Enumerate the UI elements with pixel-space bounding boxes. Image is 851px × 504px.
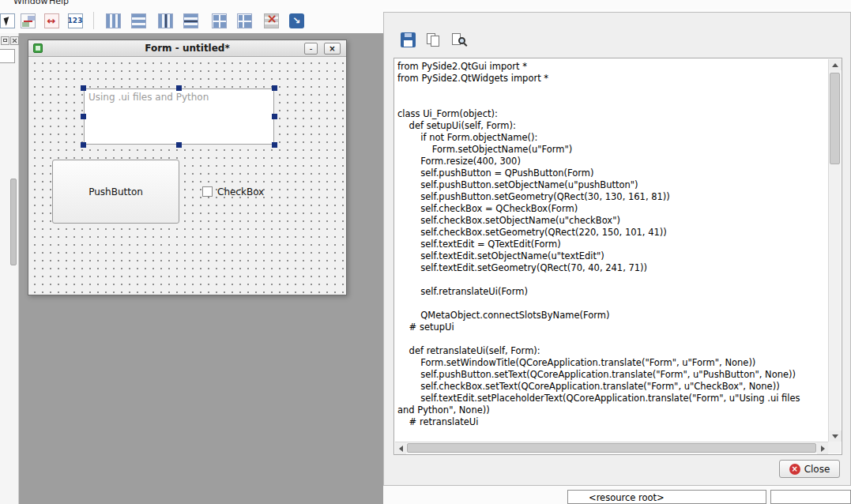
- resource-browser-panel: <resource root>: [383, 486, 851, 504]
- edit-signals-slots-icon: [21, 13, 36, 28]
- scrollbar-corner: [828, 442, 841, 453]
- form-designer-window: Form - untitled* - × Using .ui files and…: [28, 39, 347, 295]
- code-view: from PySide2.QtGui import * from PySide2…: [393, 58, 842, 455]
- generated-code-text[interactable]: from PySide2.QtGui import * from PySide2…: [397, 61, 826, 440]
- adjust-size-icon: ↘: [289, 13, 304, 28]
- selection-handle-sw[interactable]: [81, 142, 86, 148]
- selection-handle-n[interactable]: [176, 85, 182, 91]
- resource-root-item[interactable]: <resource root>: [567, 490, 766, 504]
- layout-form-button[interactable]: [234, 10, 254, 31]
- edit-signals-slots-button[interactable]: [17, 10, 38, 31]
- toolbar-separator: [93, 12, 94, 29]
- checkbox-label: CheckBox: [217, 186, 264, 197]
- vertical-scrollbar-thumb[interactable]: [830, 73, 840, 164]
- checkbox-widget[interactable]: CheckBox: [202, 175, 282, 208]
- layout-horizontal-button[interactable]: [103, 10, 123, 31]
- find-in-code-button[interactable]: [448, 29, 469, 50]
- menu-help[interactable]: Help: [49, 0, 69, 6]
- layout-horizontal-splitter-button[interactable]: [155, 10, 175, 31]
- break-layout-button[interactable]: ×: [261, 10, 281, 31]
- close-button-label: Close: [804, 464, 830, 475]
- selection-handle-nw[interactable]: [81, 85, 86, 91]
- edit-buddies-button[interactable]: ↔: [41, 10, 62, 31]
- widget-filter-input[interactable]: [0, 49, 15, 63]
- scroll-up-arrow[interactable]: [829, 59, 842, 70]
- selection-handle-ne[interactable]: [272, 85, 277, 91]
- layout-vertical-button[interactable]: [128, 10, 149, 31]
- edit-widgets-icon: [0, 13, 15, 28]
- resource-panel-box-partial[interactable]: [770, 490, 851, 504]
- layout-horizontal-icon: [106, 13, 121, 28]
- scroll-right-arrow[interactable]: [817, 442, 828, 454]
- close-circle-icon: ×: [789, 464, 800, 475]
- layout-vertical-splitter-button[interactable]: [180, 10, 201, 31]
- textedit-placeholder: Using .ui files and Python: [85, 89, 273, 105]
- horizontal-scrollbar-thumb[interactable]: [407, 443, 816, 453]
- selection-handle-w[interactable]: [81, 114, 86, 119]
- find-in-code-icon: [451, 32, 466, 47]
- horizontal-scrollbar[interactable]: [395, 442, 828, 453]
- save-code-button[interactable]: [397, 29, 418, 50]
- layout-form-icon: [237, 13, 252, 28]
- textedit-widget[interactable]: Using .ui files and Python: [84, 88, 274, 145]
- widget-box-dock-edge: [0, 33, 19, 504]
- dock-float-button[interactable]: [1, 36, 9, 45]
- copy-icon: [426, 32, 441, 47]
- form-minimize-button[interactable]: -: [304, 43, 318, 55]
- form-window-titlebar[interactable]: Form - untitled* - ×: [28, 40, 346, 57]
- layout-vertical-icon: [131, 13, 146, 28]
- scroll-down-arrow[interactable]: [829, 431, 842, 442]
- selection-handle-e[interactable]: [272, 114, 277, 119]
- layout-horizontal-splitter-icon: [158, 13, 173, 28]
- qt-designer-screen: Window Help ↔ 123: [0, 0, 851, 504]
- menu-bar: Window Help: [0, 0, 851, 9]
- form-close-button[interactable]: ×: [324, 43, 341, 55]
- layout-vertical-splitter-icon: [183, 13, 198, 28]
- designer-toolbar: ↔ 123 × ↘: [0, 9, 383, 33]
- form-canvas[interactable]: Using .ui files and Python PushButton Ch…: [28, 57, 346, 295]
- widget-box-scrollbar-thumb[interactable]: [10, 179, 17, 265]
- dock-close-button[interactable]: [10, 36, 19, 45]
- checkbox-indicator[interactable]: [202, 186, 213, 197]
- layout-grid-icon: [212, 13, 227, 28]
- adjust-size-button[interactable]: ↘: [286, 10, 307, 31]
- scroll-left-arrow[interactable]: [395, 442, 406, 454]
- edit-buddies-icon: ↔: [44, 13, 59, 28]
- code-preview-dialog: from PySide2.QtGui import * from PySide2…: [383, 12, 851, 486]
- form-window-title: Form - untitled*: [28, 43, 346, 54]
- edit-tab-order-button[interactable]: 123: [65, 10, 85, 31]
- vertical-scrollbar[interactable]: [828, 59, 841, 442]
- break-layout-icon: ×: [264, 13, 279, 28]
- close-dialog-button[interactable]: × Close: [779, 460, 840, 478]
- pushbutton-widget[interactable]: PushButton: [52, 160, 179, 224]
- edit-tab-order-icon: 123: [68, 13, 83, 28]
- selection-handle-se[interactable]: [272, 142, 277, 148]
- edit-widgets-button[interactable]: [0, 10, 17, 31]
- selection-handle-s[interactable]: [176, 142, 182, 148]
- float-icon: [3, 39, 7, 42]
- menu-window[interactable]: Window: [13, 0, 47, 6]
- save-icon: [401, 32, 416, 47]
- layout-grid-button[interactable]: [209, 10, 229, 31]
- copy-code-button[interactable]: [423, 29, 443, 50]
